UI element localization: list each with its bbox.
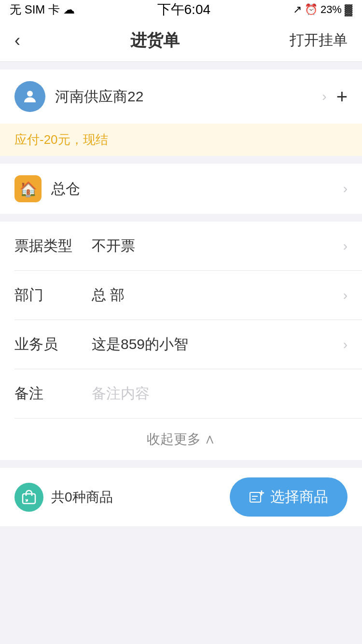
page-title: 进货单 bbox=[130, 29, 180, 52]
product-icon-wrap bbox=[14, 483, 43, 512]
salesman-label: 业务员 bbox=[14, 335, 92, 354]
salesman-chevron-icon: › bbox=[343, 337, 348, 352]
status-left: 无 SIM 卡 ☁ bbox=[10, 2, 75, 17]
supplier-section: 河南供应商22 › + 应付-20元，现结 bbox=[0, 70, 362, 156]
department-value: 总 部 bbox=[92, 285, 343, 305]
salesman-value: 这是859的小智 bbox=[92, 335, 343, 354]
warehouse-name: 总仓 bbox=[51, 179, 343, 199]
product-count-wrap: 共0种商品 bbox=[14, 483, 113, 512]
battery-icon: ▓ bbox=[345, 3, 352, 16]
supplier-name: 河南供应商22 bbox=[55, 87, 322, 107]
svg-rect-5 bbox=[250, 492, 261, 502]
supplier-row[interactable]: 河南供应商22 › + bbox=[0, 70, 362, 124]
status-right: ↗ ⏰ 23% ▓ bbox=[293, 3, 352, 16]
section-gap-1 bbox=[0, 62, 362, 70]
open-pending-button[interactable]: 打开挂单 bbox=[290, 30, 348, 50]
supplier-chevron-icon: › bbox=[322, 89, 326, 104]
invoice-type-row[interactable]: 票据类型 不开票 › bbox=[0, 222, 362, 270]
select-product-button[interactable]: 选择商品 bbox=[230, 477, 348, 517]
person-icon bbox=[21, 88, 39, 105]
house-icon: 🏠 bbox=[19, 181, 37, 197]
bottom-bar: 共0种商品 选择商品 bbox=[0, 468, 362, 526]
select-product-label: 选择商品 bbox=[270, 487, 328, 507]
notice-bar: 应付-20元，现结 bbox=[0, 124, 362, 156]
svg-point-0 bbox=[27, 91, 33, 97]
warehouse-icon-wrap: 🏠 bbox=[14, 175, 42, 202]
add-supplier-button[interactable]: + bbox=[336, 86, 348, 108]
shopping-bag-icon bbox=[21, 489, 37, 505]
warehouse-chevron-icon: › bbox=[343, 181, 348, 196]
form-section: 票据类型 不开票 › 部门 总 部 › 业务员 这是859的小智 › 备注 备注… bbox=[0, 222, 362, 460]
svg-rect-1 bbox=[23, 494, 35, 504]
status-time: 下午6:04 bbox=[157, 0, 211, 19]
department-row[interactable]: 部门 总 部 › bbox=[0, 271, 362, 320]
section-gap-3 bbox=[0, 214, 362, 222]
remark-placeholder: 备注内容 bbox=[92, 384, 348, 404]
nav-bar: ‹ 进货单 打开挂单 bbox=[0, 19, 362, 62]
remark-row[interactable]: 备注 备注内容 bbox=[0, 369, 362, 418]
invoice-type-value: 不开票 bbox=[92, 236, 343, 256]
battery-text: 23% bbox=[320, 3, 342, 16]
gray-fill-area bbox=[0, 526, 362, 644]
section-gap-2 bbox=[0, 156, 362, 164]
salesman-row[interactable]: 业务员 这是859的小智 › bbox=[0, 320, 362, 369]
department-chevron-icon: › bbox=[343, 288, 348, 303]
collapse-button[interactable]: 收起更多 ∧ bbox=[0, 419, 362, 460]
back-button[interactable]: ‹ bbox=[14, 30, 20, 51]
product-count-text: 共0种商品 bbox=[51, 488, 113, 506]
select-product-icon bbox=[249, 490, 265, 505]
invoice-chevron-icon: › bbox=[343, 238, 348, 254]
department-label: 部门 bbox=[14, 285, 92, 305]
supplier-avatar bbox=[14, 81, 45, 112]
warehouse-section: 🏠 总仓 › bbox=[0, 164, 362, 214]
signal-text: 无 SIM 卡 ☁ bbox=[10, 2, 75, 17]
status-bar: 无 SIM 卡 ☁ 下午6:04 ↗ ⏰ 23% ▓ bbox=[0, 0, 362, 19]
invoice-type-label: 票据类型 bbox=[14, 236, 92, 256]
alarm-icon: ⏰ bbox=[305, 3, 318, 16]
location-icon: ↗ bbox=[293, 3, 302, 16]
remark-label: 备注 bbox=[14, 384, 92, 404]
warehouse-row[interactable]: 🏠 总仓 › bbox=[0, 164, 362, 214]
